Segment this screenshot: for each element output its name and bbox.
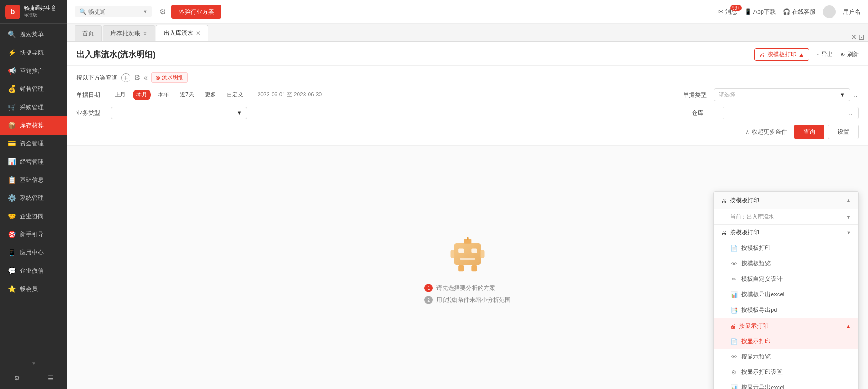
message-button[interactable]: ✉ 消息 99+ bbox=[718, 8, 737, 16]
doc-type-more-icon[interactable]: ... bbox=[854, 91, 859, 98]
online-service-button[interactable]: 🎧 在线客服 bbox=[783, 8, 816, 16]
basic-icon: 📋 bbox=[7, 175, 16, 185]
filter-collapse-icon[interactable]: « bbox=[144, 74, 148, 82]
sidebar-item-member[interactable]: ⭐畅会员 bbox=[0, 280, 67, 298]
sidebar-item-collab[interactable]: 🤝企业协同 bbox=[0, 207, 67, 225]
sidebar-label-finance: 资金管理 bbox=[20, 140, 44, 148]
dropdown-title: 🖨 按模板打印 bbox=[721, 196, 759, 204]
tab-batch-account[interactable]: 库存批次账 ✕ bbox=[103, 25, 155, 41]
svg-rect-0 bbox=[454, 243, 481, 265]
sidebar-item-inventory[interactable]: 📦库存核算 bbox=[0, 116, 67, 135]
marketing-icon: 📢 bbox=[7, 66, 16, 75]
dropdown-header-arrow[interactable]: ▲ bbox=[846, 197, 851, 204]
quick-nav-icon: ⚡ bbox=[7, 48, 16, 57]
template-print-section-header[interactable]: 🖨 按模板打印 ▼ bbox=[714, 225, 858, 240]
filter-tag-item[interactable]: ⊗ 流水明细 bbox=[151, 72, 188, 83]
display-preview-item[interactable]: 👁 按显示预览 bbox=[714, 349, 858, 364]
template-pdf-item[interactable]: 📑 按模板导出pdf bbox=[714, 302, 858, 318]
tab-label-batch-account: 库存批次账 bbox=[110, 30, 140, 38]
date-btn-本年[interactable]: 本年 bbox=[155, 90, 173, 100]
template-excel-item[interactable]: 📊 按模板导出excel bbox=[714, 287, 858, 302]
logo-title: 畅捷通好生意 bbox=[24, 5, 56, 12]
filter-date-row: 单据日期 上月本月本年近7天更多自定义 2023-06-01 至 2023-06… bbox=[76, 88, 859, 101]
display-print-section-header[interactable]: 🖨 按显示打印 ▲ bbox=[714, 318, 858, 334]
collapse-icon: ∧ bbox=[745, 129, 750, 135]
display-print-item[interactable]: 📄 按显示打印 bbox=[714, 334, 858, 349]
date-btn-上月[interactable]: 上月 bbox=[111, 90, 129, 100]
topbar-search-input[interactable] bbox=[88, 8, 143, 15]
sidebar-item-quick-nav[interactable]: ⚡快捷导航 bbox=[0, 44, 67, 62]
display-section-icon: 🖨 bbox=[730, 323, 736, 329]
search-icon: 🔍 bbox=[7, 30, 16, 39]
sidebar-label-system: 系统管理 bbox=[20, 194, 44, 202]
data-area: 1 请先选择要分析的方案 2 用[过滤]条件来缩小分析范围 bbox=[67, 146, 868, 389]
empty-state-icon bbox=[445, 231, 490, 277]
doc-type-select[interactable]: 请选择 ▼ bbox=[714, 88, 850, 101]
print-dropdown-icon[interactable]: ▲ bbox=[798, 51, 804, 58]
step1-text: 请先选择要分析的方案 bbox=[436, 284, 495, 292]
item-excel-icon-2: 📊 bbox=[730, 384, 738, 389]
export-icon: ↑ bbox=[817, 51, 820, 58]
display-excel-item[interactable]: 📊 按显示导出excel bbox=[714, 380, 858, 389]
display-print-settings-item[interactable]: ⚙ 按显示打印设置 bbox=[714, 364, 858, 380]
sidebar-scroll-down[interactable]: ▼ bbox=[0, 360, 67, 367]
menu-toggle-icon[interactable]: ☰ bbox=[45, 372, 56, 384]
date-filter-group: 上月本月本年近7天更多自定义 bbox=[111, 90, 247, 100]
filter-settings-icon[interactable]: ⚙ bbox=[134, 74, 140, 82]
sidebar-item-sales[interactable]: 💰销售管理 bbox=[0, 80, 67, 98]
user-avatar[interactable] bbox=[823, 5, 836, 18]
tab-flow[interactable]: 出入库流水 ✕ bbox=[156, 25, 208, 41]
print-template-button[interactable]: 🖨 按模板打印 ▲ bbox=[754, 48, 809, 61]
collapse-more-button[interactable]: ∧ 收起更多条件 bbox=[745, 125, 787, 139]
sidebar-item-wechat[interactable]: 💬企业微信 bbox=[0, 262, 67, 280]
trial-industry-button[interactable]: 体验行业方案 bbox=[171, 5, 221, 19]
inventory-icon: 📦 bbox=[7, 121, 16, 130]
tab-home[interactable]: 首页 bbox=[75, 25, 102, 41]
settings-button[interactable]: 设置 bbox=[828, 125, 859, 139]
page-content: 出入库流水(流水明细) 🖨 按模板打印 ▲ ↑ 导出 ↻ 刷新 bbox=[67, 42, 868, 389]
export-button[interactable]: ↑ 导出 bbox=[817, 50, 833, 59]
sidebar-item-purchase[interactable]: 🛒采购管理 bbox=[0, 98, 67, 116]
topbar-gear-icon[interactable]: ⚙ bbox=[160, 7, 166, 16]
settings-icon[interactable]: ⚙ bbox=[11, 372, 23, 384]
dropdown-current-row: 当前：出入库流水 ▼ bbox=[714, 209, 858, 225]
svg-rect-9 bbox=[471, 265, 477, 271]
step2-text: 用[过滤]条件来缩小分析范围 bbox=[436, 296, 510, 304]
date-btn-近7天[interactable]: 近7天 bbox=[176, 90, 198, 100]
template-preview-item[interactable]: 👁 按模板预览 bbox=[714, 256, 858, 271]
date-btn-自定义[interactable]: 自定义 bbox=[223, 90, 247, 100]
step1-number: 1 bbox=[424, 284, 433, 292]
topbar-search-dropdown-icon[interactable]: ▼ bbox=[143, 9, 148, 15]
filter-add-button[interactable]: + bbox=[121, 73, 130, 82]
tab-close-batch-account[interactable]: ✕ bbox=[143, 30, 147, 37]
tab-close-flow[interactable]: ✕ bbox=[196, 30, 200, 36]
template-print-item-1[interactable]: 📄 按模板打印 bbox=[714, 240, 858, 256]
item-print-icon-1: 📄 bbox=[730, 244, 738, 252]
topbar-search-icon: 🔍 bbox=[79, 8, 86, 15]
sidebar-item-finance[interactable]: 💳资金管理 bbox=[0, 135, 67, 153]
dropdown-current-arrow[interactable]: ▼ bbox=[846, 214, 851, 220]
warehouse-select[interactable]: ... bbox=[723, 107, 859, 119]
tab-expand-controls: ✕ ⊡ bbox=[851, 33, 864, 41]
topbar-search-box[interactable]: 🔍 ▼ bbox=[75, 6, 152, 17]
tab-maximize-icon[interactable]: ⊡ bbox=[858, 33, 864, 41]
biz-type-select[interactable]: ▼ bbox=[111, 107, 247, 119]
page-title: 出入库流水(流水明细) bbox=[76, 49, 155, 60]
sidebar-item-marketing[interactable]: 📢营销推广 bbox=[0, 62, 67, 80]
tab-minimize-icon[interactable]: ✕ bbox=[851, 33, 857, 41]
item-design-icon: ✏ bbox=[730, 275, 738, 283]
sidebar-item-system[interactable]: ⚙️系统管理 bbox=[0, 189, 67, 207]
sidebar-item-operations[interactable]: 📊经营管理 bbox=[0, 153, 67, 171]
warehouse-dropdown-icon: ... bbox=[849, 110, 854, 116]
sidebar-item-app-center[interactable]: 📱应用中心 bbox=[0, 244, 67, 262]
refresh-button[interactable]: ↻ 刷新 bbox=[840, 50, 859, 59]
date-btn-本月[interactable]: 本月 bbox=[133, 90, 151, 100]
sidebar-item-search[interactable]: 🔍搜索菜单 bbox=[0, 25, 67, 44]
app-download-button[interactable]: 📱 App下载 bbox=[744, 8, 776, 16]
template-design-item[interactable]: ✏ 模板自定义设计 bbox=[714, 271, 858, 287]
query-button[interactable]: 查询 bbox=[794, 125, 824, 139]
date-btn-更多[interactable]: 更多 bbox=[201, 90, 219, 100]
sidebar-item-guide[interactable]: 🎯新手引导 bbox=[0, 225, 67, 244]
filter-header: 按以下方案查询 + ⚙ « ⊗ 流水明细 bbox=[76, 72, 859, 83]
sidebar-item-basic[interactable]: 📋基础信息 bbox=[0, 171, 67, 189]
